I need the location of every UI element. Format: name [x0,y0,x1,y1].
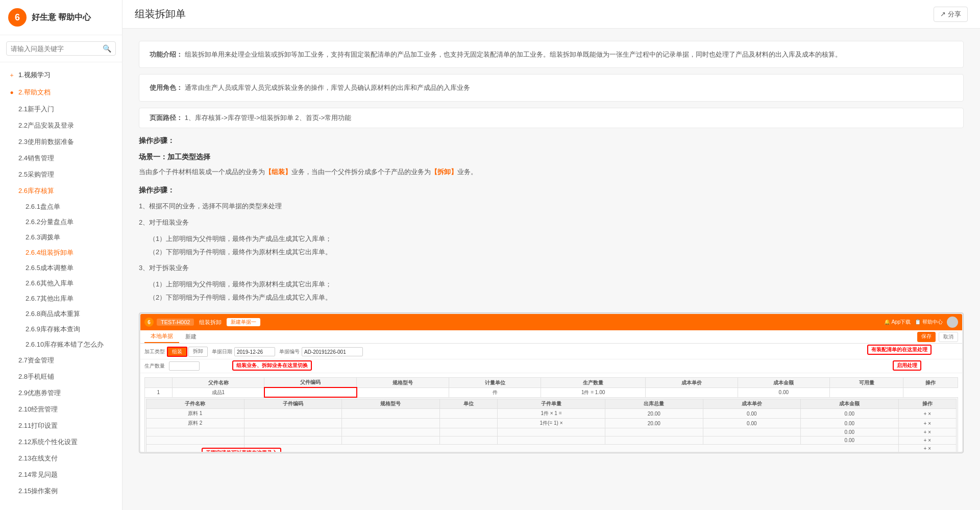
sidebar-item-cost-adjust[interactable]: 2.6.5成本调整单 [0,260,122,276]
breadcrumb-text: 1、库存核算->库存管理->组装拆卸单 2、首页->常用功能 [185,114,352,122]
mock-docno-value: AD-20191226-001 [302,347,363,356]
col-cost-amount: 成本金额 [738,378,830,388]
search-input[interactable] [11,45,103,53]
sidebar-item-assembly[interactable]: 2.6.4组装拆卸单 [0,245,122,260]
sidebar-item-docs[interactable]: ● 2.帮助文档 [0,84,122,101]
sidebar-item-data-prep[interactable]: 2.3使用前数据准备 [0,134,122,150]
sidebar-item-sales[interactable]: 2.4销售管理 [0,150,122,166]
mock-sub-table: 子件名称 子件编码 规格型号 单位 子件单量 出库总量 成本单价 [146,399,957,452]
content-area: 功能介绍： 组装拆卸单用来处理企业组装或拆卸等加工业务，支持有固定装配清单的产品… [122,29,980,510]
breadcrumb-label: 页面路径： [150,114,185,122]
mock-type-assemble[interactable]: 组装 [167,347,187,357]
sidebar-item-stock-error[interactable]: 2.6.10库存账本错了怎么办 [0,337,122,352]
main: 组装拆卸单 ↗ 分享 功能介绍： 组装拆卸单用来处理企业组装或拆卸等加工业务，支… [122,0,980,510]
col-parent-name: 父件名称 [172,378,264,388]
sidebar-item-cost-recalc[interactable]: 2.6.8商品成本重算 [0,306,122,322]
step2-2: （2）下部明细为子件明细，最终作为原材料生成其它出库单。 [149,246,964,259]
sidebar: 6 好生意 帮助中心 🔍 ＋ 1.视频学习 ● 2.帮助文档 2.1新手入门 2… [0,0,122,510]
sidebar-item-stock-book[interactable]: 2.6.9库存账本查询 [0,322,122,337]
mock-app-bar: 6 TEST-H002 组装拆卸 新建单据一 🔔 App下载 📋 帮助中心 [140,314,962,330]
mock-save-btn[interactable]: 保存 [917,332,936,342]
sub-table-row-3: 0.00 + × [146,428,957,436]
screenshot-inner: 6 TEST-H002 组装拆卸 新建单据一 🔔 App下载 📋 帮助中心 [140,314,962,452]
sidebar-item-docs-label: 2.帮助文档 [18,88,51,97]
nav-section-1: ＋ 1.视频学习 [0,66,122,84]
mock-help-label: 📋 帮助中心 [915,319,943,326]
sidebar-item-purchase[interactable]: 2.5采购管理 [0,166,122,183]
sidebar-item-install[interactable]: 2.2产品安装及登录 [0,117,122,134]
col-spec: 规格型号 [357,378,449,388]
sidebar-item-operations[interactable]: 2.10经营管理 [0,401,122,418]
nav-tree: ＋ 1.视频学习 ● 2.帮助文档 2.1新手入门 2.2产品安装及登录 2.3… [0,62,122,510]
sidebar-item-partial-stocktake[interactable]: 2.6.2分量盘点单 [0,214,122,230]
sidebar-item-other-out[interactable]: 2.6.7其他出库单 [0,291,122,306]
mock-date-value: 2019-12-26 [234,347,275,356]
sidebar-item-mobile[interactable]: 2.8手机旺铺 [0,369,122,385]
app-logo-icon: 6 [8,8,27,27]
mock-qty-label: 生产数量 [144,362,165,370]
mock-tab-local[interactable]: 本地单据 [144,330,179,343]
mock-doc-title: 组装拆卸 [199,319,222,326]
annotation-1: 有装配清单的在这里处理 [867,345,932,355]
mock-top-bar: TEST-H002 组装拆卸 新建单据一 [157,318,881,326]
function-intro-label: 功能介绍： [150,51,185,58]
step3: 3、对于拆装业务 [139,262,964,274]
step3-1: （1）上部明细为父件明细，最终作为原材料生成其它出库单； [149,278,964,291]
search-icon[interactable]: 🔍 [103,44,111,53]
ops-steps-header: 操作步骤： [139,186,964,195]
sidebar-item-video[interactable]: ＋ 1.视频学习 [0,66,122,84]
role-text: 通常由生产人员或库管人员完成拆装业务的操作，库管人员确认原材料的出库和产成品的入… [185,84,470,91]
mock-tabs-row: 本地单据 新建 保存 取消 [140,330,962,344]
sidebar-item-stocktake[interactable]: 2.6.1盘点单 [0,199,122,214]
share-button[interactable]: ↗ 分享 [934,7,968,22]
table-row-2: 子件名称 子件编码 规格型号 单位 子件单量 出库总量 成本单价 [145,397,958,452]
mock-qty-input[interactable] [169,361,200,371]
search-box[interactable]: 🔍 [6,41,116,56]
sidebar-item-cases[interactable]: 2.15操作案例 [0,483,122,499]
page-header: 组装拆卸单 ↗ 分享 [122,0,980,29]
table-row-1: 1 成品1 件 1件 = 1.00 0.00 [145,387,958,397]
annotation-3: 启用处理 [893,360,921,371]
mock-app-id: TEST-H002 [157,319,194,326]
mock-type-disassemble[interactable]: 拆卸 [188,347,208,357]
sidebar-item-personalize[interactable]: 2.12系统个性化设置 [0,434,122,450]
steps-header: 操作步骤： [139,136,964,145]
mock-cancel-btn[interactable]: 取消 [939,332,958,342]
annotation-4: 无固定清单可以直接在这里录入 [202,448,281,452]
share-label: 分享 [948,10,961,19]
sub-table-row-1: 原料 1 1件 × 1 = 20.00 0.00 [146,409,957,419]
nav-children-2: 2.1新手入门 2.2产品安装及登录 2.3使用前数据准备 2.4销售管理 2.… [0,101,122,499]
mock-table-area: 父件名称 父件编码 规格型号 计量单位 生产数量 成本单价 成本金额 可用量 操… [140,373,962,452]
mock-form-area: 加工类型 组装 拆卸 单据日期 2019-12-26 单据编号 [140,344,962,359]
sidebar-item-other-in[interactable]: 2.6.6其他入库单 [0,276,122,291]
sidebar-item-coupon[interactable]: 2.9优惠券管理 [0,385,122,401]
mock-tab-new[interactable]: 新建 [179,331,203,343]
sidebar-item-payment[interactable]: 2.13在线支付 [0,450,122,467]
col-op: 操作 [903,378,958,388]
sub-table-row-4: 0.00 + × [146,436,957,445]
sidebar-item-inventory[interactable]: 2.6库存核算 [0,183,122,199]
sidebar-item-faq[interactable]: 2.14常见问题 [0,467,122,483]
mock-apps-label: 🔔 App下载 [884,319,911,326]
sidebar-item-newbie[interactable]: 2.1新手入门 [0,101,122,117]
sub-table-row-2: 原料 2 1件(= 1) × 20.00 0.00 [146,419,957,428]
share-icon: ↗ [940,10,946,18]
scene1-desc: 当由多个子件材料组装成一个成品的业务为【组装】业务，当由一个父件拆分成多个子产品… [139,166,964,178]
scene1-title: 场景一：加工类型选择 [139,153,964,162]
mock-avatar [947,317,958,328]
minus-icon: ● [8,89,15,96]
col-available: 可用量 [830,378,903,388]
function-intro-block: 功能介绍： 组装拆卸单用来处理企业组装或拆卸等加工业务，支持有固定装配清单的产品… [139,41,964,68]
mock-date-label: 单据日期 [212,348,232,355]
breadcrumb-block: 页面路径： 1、库存核算->库存管理->组装拆卸单 2、首页->常用功能 [139,108,964,128]
mock-btn-new[interactable]: 新建单据一 [227,318,260,326]
mock-type-btns: 组装 拆卸 [167,347,208,357]
screenshot-container: 6 TEST-H002 组装拆卸 新建单据一 🔔 App下载 📋 帮助中心 [139,312,964,453]
sidebar-item-finance[interactable]: 2.7资金管理 [0,352,122,369]
sidebar-item-transfer[interactable]: 2.6.3调拨单 [0,230,122,245]
step2-1: （1）上部明细为父件明细，最终作为产成品生成其它入库单； [149,232,964,246]
mock-app: 6 TEST-H002 组装拆卸 新建单据一 🔔 App下载 📋 帮助中心 [140,314,962,452]
sidebar-item-print[interactable]: 2.11打印设置 [0,418,122,434]
sidebar-item-video-label: 1.视频学习 [18,70,51,80]
role-label: 使用角色： [150,84,185,91]
